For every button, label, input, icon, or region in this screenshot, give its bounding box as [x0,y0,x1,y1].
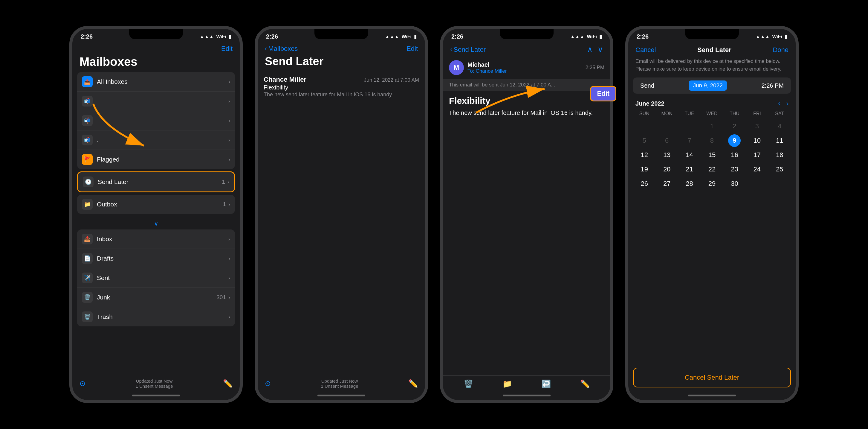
home-indicator-3 [503,395,551,396]
prev-month-btn[interactable]: ‹ [778,99,780,107]
day-29[interactable]: 29 [706,177,718,190]
day-1[interactable]: 1 [706,120,718,133]
day-8[interactable]: 8 [706,134,718,147]
mailbox-junk[interactable]: 🗑️ Junk 301 › [77,288,235,307]
folder-icon-3[interactable]: 📁 [502,379,512,389]
reply-icon-3[interactable]: ↩️ [541,379,551,389]
day-26[interactable]: 26 [638,177,651,190]
up-arrow-3[interactable]: ∧ [587,45,593,54]
day-5[interactable]: 5 [638,134,651,147]
down-arrow-3[interactable]: ∨ [597,45,603,54]
avatar-3: M [449,60,464,75]
cancel-send-later-btn[interactable]: Cancel Send Later [633,368,791,388]
email-sender-1: Chance Miller [264,76,306,83]
chevron-outbox: › [228,201,230,208]
mailbox-inbox[interactable]: 📥 Inbox › [77,229,235,249]
day-3[interactable]: 3 [751,120,764,133]
cancel-btn-4[interactable]: Cancel [636,46,656,54]
status-icons-2: ▲▲▲ WiFi ▮ [385,34,417,39]
day-16[interactable]: 16 [728,149,741,161]
day-sun: SUN [633,110,655,118]
day-22[interactable]: 22 [706,163,718,176]
mailbox-sent[interactable]: ✈️ Sent › [77,268,235,288]
mailbox-drafts[interactable]: 📄 Drafts › [77,249,235,268]
nav-bar-1: Edit [72,42,240,55]
phone2-content: ‹ Mailboxes Edit Send Later Chance Mille… [258,42,425,392]
back-btn-2[interactable]: ‹ Mailboxes [265,45,298,53]
send-later-banner: This email will be sent Jun 12, 2022 at … [443,79,610,91]
day-6[interactable]: 6 [660,134,673,147]
filter-icon[interactable]: ⊙ [80,379,86,388]
mailbox-item-2[interactable]: 📬 › [77,91,235,111]
day-12[interactable]: 12 [638,149,651,161]
chevron-drafts: › [228,256,230,262]
status-icons-4: ▲▲▲ WiFi ▮ [755,34,787,39]
day-14[interactable]: 14 [683,149,696,161]
send-later-row[interactable]: 🕐 Send Later 1 › [78,172,234,192]
week-1: 1 2 3 4 [633,120,791,133]
unsent-text-2: 1 Unsent Message [321,383,358,389]
compose-icon-3[interactable]: ✏️ [580,379,590,389]
day-23[interactable]: 23 [728,163,741,176]
day-11[interactable]: 11 [773,134,786,147]
compose-btn-1[interactable]: ✏️ [223,379,232,388]
day-15[interactable]: 15 [706,149,718,161]
day-19[interactable]: 19 [638,163,651,176]
outbox-label: Outbox [97,201,223,208]
email-body-title-3: Flexibility [443,91,610,108]
email-to-3[interactable]: To: Chance Miller [467,68,582,74]
day-21[interactable]: 21 [683,163,696,176]
day-7[interactable]: 7 [683,134,696,147]
chevron-3: › [228,118,230,124]
wifi-icon-4: WiFi [772,34,782,39]
day-25[interactable]: 25 [773,163,786,176]
updated-text-1: Updated Just Now [135,378,173,383]
trash-label: Trash [97,313,228,320]
nav-bar-2: ‹ Mailboxes Edit [258,42,425,55]
phone1-content: Edit Mailboxes 📥 All Inboxes › 📬 › [72,42,240,392]
unsent-text-1: 1 Unsent Message [135,383,173,389]
collapse-indicator[interactable]: ∨ [72,219,240,229]
drafts-icon: 📄 [82,253,93,264]
send-date[interactable]: Jun 9, 2022 [689,81,726,91]
send-label: Send [640,82,654,89]
day-2[interactable]: 2 [728,120,741,133]
day-18[interactable]: 18 [773,149,786,161]
day-20[interactable]: 20 [660,163,673,176]
email-item-1[interactable]: Chance Miller Jun 12, 2022 at 7:00 AM Fl… [258,72,425,102]
chevron-send-later: › [227,179,229,185]
filter-icon-2[interactable]: ⊙ [265,379,271,388]
mailbox-item-4[interactable]: 📬 . › [77,131,235,150]
day-10[interactable]: 10 [751,134,764,147]
edit-btn-1[interactable]: Edit [221,45,232,53]
mailbox-all-inboxes[interactable]: 📥 All Inboxes › [77,72,235,91]
mailbox-flagged[interactable]: 🚩 Flagged › [77,150,235,169]
day-30[interactable]: 30 [728,177,741,190]
back-btn-3[interactable]: ‹ Send Later [450,46,486,54]
mailbox-outbox[interactable]: 📁 Outbox 1 › [77,195,235,214]
edit-btn-2[interactable]: Edit [406,45,418,53]
day-9-today[interactable]: 9 [728,134,741,147]
done-btn-4[interactable]: Done [773,46,788,54]
compose-btn-2[interactable]: ✏️ [408,379,418,388]
send-time[interactable]: 2:26 PM [762,82,784,89]
day-4[interactable]: 4 [773,120,786,133]
day-sat: SAT [769,110,791,118]
day-28[interactable]: 28 [683,177,696,190]
day-thu: THU [723,110,746,118]
mailbox-group-outbox: 📁 Outbox 1 › [77,195,235,214]
day-24[interactable]: 24 [751,163,764,176]
delete-icon-3[interactable]: 🗑️ [464,379,473,389]
day-empty [660,120,673,133]
day-27[interactable]: 27 [660,177,673,190]
next-month-btn[interactable]: › [786,99,788,107]
mailbox-trash[interactable]: 🗑️ Trash › [77,307,235,326]
day-17[interactable]: 17 [751,149,764,161]
chevron-4: › [228,137,230,143]
day-13[interactable]: 13 [660,149,673,161]
send-later-item[interactable]: 🕐 Send Later 1 › [77,171,235,192]
mailbox-item-3[interactable]: 📬 › [77,111,235,131]
outbox-icon: 📁 [82,199,93,210]
calendar-header: Cancel Send Later Done [628,42,796,57]
notch-3 [500,29,554,39]
